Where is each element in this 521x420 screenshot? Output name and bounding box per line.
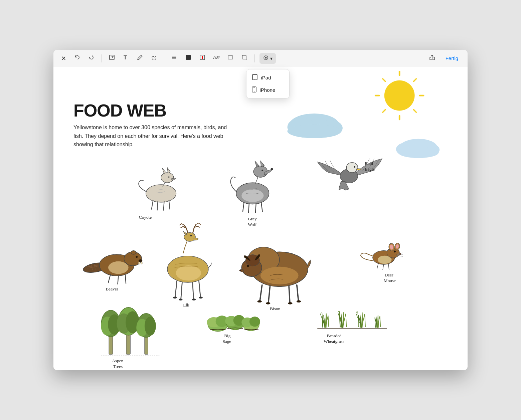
svg-point-36	[398, 147, 439, 158]
shapes-icon	[109, 54, 115, 62]
bearded-wheatgrass-illustration: Bearded Wheatgrass	[317, 311, 387, 344]
svg-line-71	[108, 274, 111, 283]
svg-point-145	[249, 317, 260, 327]
beaver-illustration: Beaver	[82, 251, 143, 291]
dropdown-item-ipad[interactable]: iPad	[246, 71, 289, 84]
svg-point-48	[262, 170, 263, 171]
iphone-label: iPhone	[260, 87, 276, 93]
svg-rect-12	[228, 56, 233, 59]
svg-line-26	[383, 79, 385, 81]
elk-illustration: Elk	[167, 223, 211, 307]
aspen-trees-illustration: Aspen Trees	[101, 307, 159, 369]
canvas-area: FOOD WEB Yellowstone is home to over 300…	[53, 67, 468, 370]
svg-text:Mouse: Mouse	[384, 278, 396, 283]
svg-point-32	[287, 124, 341, 138]
dropdown-item-iphone[interactable]: iPhone	[246, 84, 289, 96]
svg-point-102	[288, 302, 292, 304]
svg-point-64	[108, 261, 129, 274]
svg-rect-8	[186, 55, 191, 60]
text-button[interactable]: T	[121, 53, 131, 64]
list-button[interactable]	[169, 53, 180, 64]
svg-line-43	[169, 200, 170, 209]
svg-point-70	[131, 251, 136, 254]
svg-text:Bald: Bald	[365, 161, 373, 166]
gray-wolf-illustration: Gray Wolf	[231, 161, 273, 227]
app-window: ✕	[53, 50, 468, 370]
cloud-large	[287, 114, 343, 138]
crop-icon	[241, 54, 248, 62]
svg-point-38	[161, 173, 174, 183]
svg-point-86	[199, 297, 203, 299]
svg-point-4	[155, 59, 156, 60]
style-icon	[185, 54, 192, 62]
svg-line-97	[269, 286, 270, 302]
svg-text:Coyote: Coyote	[139, 215, 152, 220]
border-button[interactable]	[197, 53, 208, 64]
svg-point-103	[297, 300, 301, 302]
svg-point-20	[384, 80, 415, 111]
svg-rect-17	[252, 87, 256, 92]
ipad-icon	[252, 74, 258, 81]
pen-button[interactable]	[135, 53, 145, 64]
svg-line-50	[243, 202, 244, 211]
redo-button[interactable]	[86, 53, 97, 64]
svg-line-119	[388, 264, 389, 270]
divider-3	[254, 54, 255, 62]
svg-text:Gray: Gray	[248, 216, 257, 221]
svg-rect-0	[110, 55, 114, 60]
share-button[interactable]	[427, 53, 438, 64]
style-button[interactable]	[183, 53, 194, 64]
svg-line-25	[414, 79, 416, 81]
shapes-button[interactable]	[107, 53, 117, 64]
svg-rect-68	[139, 262, 140, 264]
svg-point-57	[346, 163, 358, 173]
svg-point-93	[239, 270, 241, 271]
undo-icon	[74, 54, 81, 62]
svg-point-66	[139, 259, 142, 262]
svg-line-96	[260, 285, 262, 301]
font-button[interactable]: Aa	[211, 53, 222, 64]
svg-point-113	[394, 251, 396, 253]
sun-illustration	[375, 71, 423, 120]
svg-text:Sage: Sage	[223, 339, 231, 344]
more-button[interactable]	[149, 53, 159, 64]
svg-point-85	[192, 298, 196, 300]
svg-line-99	[297, 285, 299, 301]
divider-2	[164, 54, 164, 62]
svg-point-2	[152, 59, 153, 60]
text-icon: T	[123, 54, 129, 62]
divider-1	[102, 54, 102, 62]
svg-line-80	[181, 282, 182, 299]
svg-text:Beaver: Beaver	[106, 286, 119, 291]
redo-icon	[88, 54, 95, 62]
iphone-icon	[252, 86, 256, 93]
svg-point-39	[168, 176, 170, 178]
cloud-small	[396, 139, 440, 158]
undo-button[interactable]	[72, 53, 83, 64]
deer-mouse-illustration: Deer Mouse	[361, 243, 403, 283]
aspect-button[interactable]	[225, 53, 236, 64]
preview-button[interactable]: ▾	[259, 53, 276, 64]
bison-illustration: Bison	[239, 247, 311, 311]
svg-line-72	[118, 276, 118, 284]
bald-eagle-illustration: Bald Eagle	[317, 159, 382, 190]
svg-line-40	[152, 200, 153, 209]
svg-text:Aspen: Aspen	[112, 358, 123, 363]
svg-point-37	[146, 185, 176, 202]
preview-btn-wrapper: ▾ iPad	[259, 53, 276, 64]
big-sage-illustration: Big Sage	[207, 315, 260, 344]
close-button[interactable]: ✕	[58, 53, 69, 64]
svg-point-3	[154, 59, 155, 60]
more-icon	[151, 54, 157, 62]
svg-text:Aa: Aa	[213, 55, 219, 60]
svg-text:Wolf: Wolf	[248, 222, 257, 227]
svg-line-27	[414, 110, 416, 113]
svg-line-28	[383, 110, 385, 113]
svg-point-95	[247, 265, 248, 266]
svg-point-16	[254, 79, 255, 79]
preview-dropdown: iPad iPhone	[246, 69, 290, 98]
crop-button[interactable]	[239, 53, 250, 64]
svg-line-73	[125, 275, 126, 283]
svg-line-51	[248, 203, 249, 213]
fertig-button[interactable]: Fertig	[441, 53, 463, 64]
